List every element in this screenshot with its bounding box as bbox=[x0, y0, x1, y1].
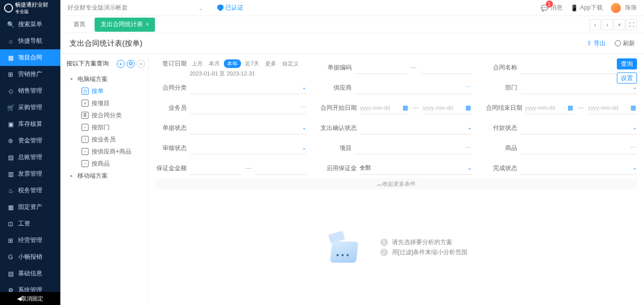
box-icon: ▣ bbox=[7, 121, 14, 128]
tree-item-label: 按单 bbox=[92, 87, 104, 96]
complete-status-select[interactable]: ⌄ bbox=[520, 162, 637, 175]
app-name: 畅捷通好业财 bbox=[15, 1, 48, 9]
tree-item-bysupplierprod[interactable]: ▫按供应商+商品 bbox=[66, 145, 145, 158]
sidebar-item-expense[interactable]: G小畅报销 bbox=[0, 249, 60, 265]
doc-no-from-input[interactable] bbox=[355, 61, 406, 74]
doc-no-to-input[interactable] bbox=[421, 61, 472, 74]
g-icon: G bbox=[7, 254, 14, 261]
field-label: 单据状态 bbox=[155, 124, 190, 132]
tab-active[interactable]: 支出合同统计表 × bbox=[95, 18, 155, 32]
settings-button[interactable]: 设置 bbox=[617, 72, 637, 84]
sidebar-item-tax[interactable]: ♨税务管理 bbox=[0, 182, 60, 199]
date-opt-last7[interactable]: 近7天 bbox=[243, 59, 261, 68]
sidebar-item-sales[interactable]: ◇销售管理 bbox=[0, 83, 60, 99]
tree-group-mobile[interactable]: ▸移动端方案 bbox=[66, 170, 145, 182]
deposit-from-input[interactable] bbox=[190, 162, 241, 175]
end-date-to-input[interactable]: yyyy-mm-dd▦ bbox=[588, 101, 637, 114]
confirm-status-select[interactable]: ⌄ bbox=[360, 121, 471, 134]
query-button[interactable]: 查询 bbox=[617, 58, 637, 69]
messages-button[interactable]: 💬 1 消息 bbox=[541, 4, 562, 12]
collapse-conditions-button[interactable]: ︽ 收起更多条件 bbox=[155, 178, 637, 189]
sidebar-item-invoice[interactable]: ▥发票管理 bbox=[0, 166, 60, 182]
app-download-button[interactable]: 📱 App下载 bbox=[571, 4, 603, 12]
start-date-to-input[interactable]: yyyy-mm-dd▦ bbox=[423, 101, 472, 114]
field-label: 审核状态 bbox=[155, 144, 190, 152]
list-icon: ≡ bbox=[82, 100, 89, 107]
date-opt-custom[interactable]: 自定义 bbox=[280, 59, 301, 68]
sidebar-item-system[interactable]: ⚙系统管理 bbox=[0, 282, 60, 292]
date-opt-thisyear[interactable]: 本年 bbox=[224, 59, 241, 68]
tree-item-byproject[interactable]: ≡按项目 bbox=[66, 97, 145, 109]
chevron-down-icon: ⌄ bbox=[467, 124, 472, 131]
contract-cat-select[interactable]: ⌄ bbox=[190, 81, 306, 94]
close-icon[interactable]: × bbox=[146, 22, 149, 27]
date-opt-thismonth[interactable]: 本月 bbox=[207, 59, 222, 68]
collapse-panel-button[interactable]: « bbox=[137, 60, 145, 68]
export-label: 导出 bbox=[594, 39, 606, 48]
date-opt-lastmonth[interactable]: 上月 bbox=[190, 59, 205, 68]
tab-next-button[interactable]: › bbox=[602, 19, 613, 30]
op-icon: ⊞ bbox=[7, 237, 14, 244]
doc-status-select[interactable]: ⌄ bbox=[190, 121, 306, 134]
sidebar-item-baseinfo[interactable]: ▤基础信息 bbox=[0, 265, 60, 282]
refresh-icon bbox=[615, 40, 621, 46]
logo-area: 畅捷通好业财 专业版 bbox=[0, 0, 60, 16]
pay-status-select[interactable]: ⌄ bbox=[520, 121, 637, 134]
supplier-select[interactable]: ⋯ bbox=[355, 81, 471, 94]
sidebar-item-inventory[interactable]: ▣库存核算 bbox=[0, 116, 60, 132]
circle-icon: ⊚ bbox=[7, 137, 14, 144]
grid-icon: ▦ bbox=[7, 54, 14, 61]
field-label: 单据编码 bbox=[320, 63, 355, 72]
sidebar-item-salary[interactable]: ⊡工资 bbox=[0, 215, 60, 232]
topbar: 好业财专业版演示帐套 ⌄ 已认证 💬 1 消息 📱 App下载 珠珠 bbox=[60, 0, 644, 16]
tab-home[interactable]: 首页 bbox=[67, 18, 92, 32]
sidebar-item-search[interactable]: 🔍搜索菜单 bbox=[0, 16, 60, 33]
settings-scheme-button[interactable]: ⚙ bbox=[127, 60, 135, 68]
salesman-select[interactable]: ⋯ bbox=[190, 101, 306, 114]
sidebar-item-ledger[interactable]: ▤总账管理 bbox=[0, 149, 60, 166]
fullscreen-button[interactable]: ⛶ bbox=[626, 19, 637, 30]
add-scheme-button[interactable]: + bbox=[117, 60, 125, 68]
field-label: 合同开始日期 bbox=[320, 104, 360, 112]
account-selector[interactable]: 好业财专业版演示帐套 bbox=[67, 4, 128, 12]
user-name: 珠珠 bbox=[625, 4, 637, 12]
sidebar: 畅捷通好业财 专业版 🔍搜索菜单 ⌂快捷导航 ▦项目合同 ⊞营销推广 ◇销售管理… bbox=[0, 0, 60, 305]
audit-status-select[interactable]: ⌄ bbox=[190, 141, 306, 155]
sidebar-item-contract[interactable]: ▦项目合同 bbox=[0, 49, 60, 66]
sidebar-item-quick[interactable]: ⌂快捷导航 bbox=[0, 33, 60, 49]
sidebar-item-label: 固定资产 bbox=[18, 203, 42, 211]
product-select[interactable]: ⋯ bbox=[520, 141, 637, 155]
square-icon: ▫ bbox=[82, 160, 89, 167]
sidebar-item-operation[interactable]: ⊞经营管理 bbox=[0, 232, 60, 249]
export-button[interactable]: ⇪ 导出 bbox=[587, 39, 606, 48]
project-select[interactable]: ⋯ bbox=[355, 141, 471, 155]
tree-item-bycategory[interactable]: ≣按合同分类 bbox=[66, 109, 145, 121]
user-menu[interactable]: 珠珠 bbox=[611, 3, 637, 13]
tree-item-bysalesman[interactable]: ⫶按业务员 bbox=[66, 133, 145, 145]
page-title: 支出合同统计表(按单) bbox=[69, 39, 142, 48]
tree-item-byproduct[interactable]: ▫按商品 bbox=[66, 158, 145, 170]
tab-prev-button[interactable]: ‹ bbox=[590, 19, 601, 30]
date-opt-more[interactable]: 更多 bbox=[263, 59, 278, 68]
refresh-button[interactable]: 刷新 bbox=[615, 39, 635, 48]
deposit-to-input[interactable] bbox=[255, 162, 306, 175]
tree-item-bydoc[interactable]: ◷按单 bbox=[66, 85, 145, 97]
sidebar-item-purchase[interactable]: 🛒采购管理 bbox=[0, 99, 60, 116]
gear-icon: ⚙ bbox=[7, 287, 14, 292]
calendar-icon: ▦ bbox=[465, 104, 471, 111]
square-icon: ▫ bbox=[82, 124, 89, 131]
refresh-label: 刷新 bbox=[623, 39, 635, 48]
ellipsis-icon: ⋯ bbox=[300, 104, 306, 111]
end-date-from-input[interactable]: yyyy-mm-dd▦ bbox=[525, 101, 574, 114]
start-date-from-input[interactable]: yyyy-mm-dd▦ bbox=[360, 101, 409, 114]
tab-close-button[interactable]: × bbox=[614, 19, 625, 30]
tree-group-pc[interactable]: ▾电脑端方案 bbox=[66, 73, 145, 85]
sidebar-item-funds[interactable]: ⊚资金管理 bbox=[0, 132, 60, 149]
sidebar-item-label: 税务管理 bbox=[18, 186, 42, 195]
enable-deposit-select[interactable]: 全部⌄ bbox=[360, 162, 471, 175]
sidebar-unpin[interactable]: ◀ 取消固定 bbox=[0, 292, 60, 305]
sidebar-item-label: 小畅报销 bbox=[18, 253, 42, 261]
sidebar-item-fixedasset[interactable]: ▦固定资产 bbox=[0, 199, 60, 215]
sidebar-item-marketing[interactable]: ⊞营销推广 bbox=[0, 66, 60, 83]
tree-item-bydept[interactable]: ▫按部门 bbox=[66, 121, 145, 133]
